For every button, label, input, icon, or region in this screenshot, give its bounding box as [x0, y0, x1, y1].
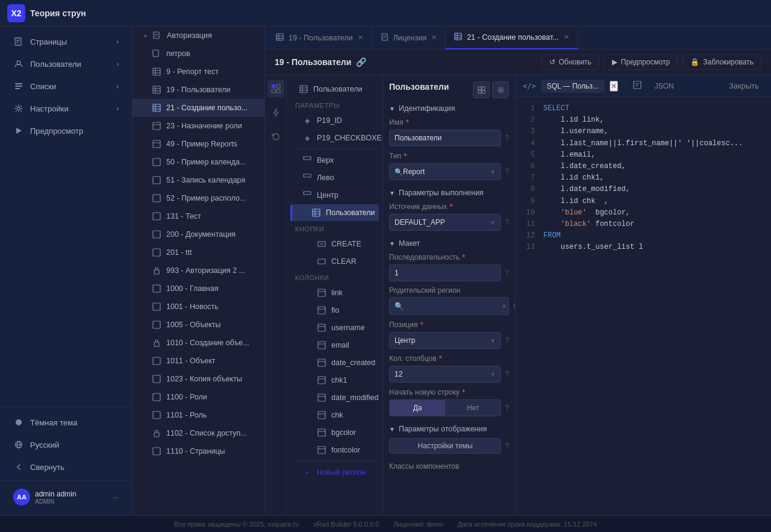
sidebar-item-lists[interactable]: Списки ›	[4, 75, 128, 97]
info-icon[interactable]: ?	[505, 442, 509, 450]
comp-col-link[interactable]: link	[290, 284, 379, 301]
close-sql-button[interactable]: Закрыть	[724, 79, 764, 93]
sidebar-item-preview[interactable]: Предпросмотр	[4, 120, 128, 142]
sidebar-item-users[interactable]: Пользователи ›	[4, 53, 128, 75]
tab-close[interactable]: ✕	[358, 34, 363, 42]
comp-centr[interactable]: Центр	[290, 187, 379, 204]
sidebar-item-settings[interactable]: Настройки ›	[4, 98, 128, 119]
comp-col-fio[interactable]: fio	[290, 302, 379, 319]
settings-btn[interactable]	[492, 81, 509, 98]
comp-p19-id[interactable]: ◈ P19_ID	[290, 112, 379, 129]
tree-item-naznachenie[interactable]: 23 - Назначение роли	[133, 117, 264, 135]
sidebar-item-pages[interactable]: Страницы ›	[4, 31, 128, 52]
columns-select[interactable]: 12 ▼	[389, 366, 501, 383]
tab-close[interactable]: ✕	[564, 33, 569, 41]
datasource-select[interactable]: DEFAULT_APP ▼	[389, 214, 501, 231]
tree-item-1010[interactable]: 1010 - Создание объе...	[133, 334, 264, 352]
comp-new-region[interactable]: + Новый регион	[290, 464, 379, 481]
tree-item-1000[interactable]: 1000 - Главная	[133, 280, 264, 298]
logout-icon[interactable]: →	[111, 493, 119, 502]
tree-item-primer-reports[interactable]: 49 - Пример Reports	[133, 135, 264, 153]
parent-region-input[interactable]	[407, 302, 498, 310]
info-icon[interactable]: ?	[505, 336, 509, 345]
info-icon[interactable]: ?	[505, 167, 509, 176]
name-input[interactable]	[389, 130, 501, 146]
tab-sozdanie[interactable]: 21 - Создание пользоват... ✕	[446, 27, 578, 49]
lightning-icon-btn[interactable]	[267, 104, 284, 121]
comp-clear[interactable]: CLEAR	[290, 253, 379, 270]
identification-header[interactable]: ▼ Идентификация	[389, 104, 509, 113]
tree-item-201[interactable]: 201 - ttt	[133, 243, 264, 261]
sql-close-tab-btn[interactable]: ✕	[610, 81, 618, 92]
tree-item-52[interactable]: 52 - Пример располо...	[133, 189, 264, 207]
tree-item-1101[interactable]: 1101 - Роль	[133, 406, 264, 424]
sidebar-item-theme[interactable]: Тёмная тема	[4, 412, 128, 433]
tree-item-1011[interactable]: 1011 - Объект	[133, 352, 264, 370]
comp-col-fontcolor[interactable]: fontcolor	[290, 442, 379, 458]
tree-item-131[interactable]: 131 - Тест	[133, 207, 264, 225]
tree-item-1102[interactable]: 1102 - Список доступ...	[133, 424, 264, 442]
info-icon[interactable]: ?	[505, 218, 509, 227]
json-tab-button[interactable]: JSON	[649, 80, 680, 93]
info-icon[interactable]: ?	[505, 134, 509, 142]
yes-button[interactable]: Да	[390, 400, 445, 416]
display-header[interactable]: ▼ Параметры отображения	[389, 425, 509, 433]
refresh-icon-btn[interactable]	[267, 128, 284, 145]
sidebar-item-lang[interactable]: Русский	[4, 434, 128, 455]
tree-item-200[interactable]: 200 - Документация	[133, 225, 264, 243]
tab-polzovateli[interactable]: 19 - Пользователи ✕	[267, 27, 372, 49]
block-button[interactable]: 🔒 Заблокировать	[682, 54, 761, 70]
parent-region-dropdown[interactable]: ▼	[501, 303, 507, 310]
no-button[interactable]: Нет	[445, 400, 501, 416]
grid-view-btn[interactable]	[473, 81, 490, 98]
preview-button[interactable]: ▶ Предпросмотр	[604, 54, 678, 70]
tree-item-1110[interactable]: 1110 - Страницы	[133, 442, 264, 460]
tree-item-report-test[interactable]: 9 - Репорт тест	[133, 63, 264, 81]
comp-col-chk[interactable]: chk	[290, 407, 379, 424]
parent-region-clear[interactable]: ✕	[511, 300, 516, 312]
theme-settings-button[interactable]: Настройки темы	[389, 438, 501, 454]
comp-col-email[interactable]: email	[290, 337, 379, 354]
info-icon[interactable]: ?	[505, 404, 509, 412]
execution-header[interactable]: ▼ Параметры выполнения	[389, 189, 509, 197]
layout-header[interactable]: ▼ Макет	[389, 239, 509, 248]
comp-p19-checkboxes[interactable]: ◈ P19_CHECKBOXES	[290, 130, 379, 146]
sequence-input[interactable]	[389, 264, 501, 281]
components-icon-btn[interactable]	[267, 80, 284, 97]
tree-item-sozdanie[interactable]: 21 - Создание пользо...	[133, 99, 264, 117]
tree-item-993[interactable]: 993 - Авторизация 2 ...	[133, 261, 264, 280]
tab-licenziya[interactable]: Лицензия ✕	[372, 27, 446, 49]
comp-levo[interactable]: Лево	[290, 169, 379, 186]
comp-col-username[interactable]: username	[290, 319, 379, 336]
comp-col-chk1[interactable]: chk1	[290, 372, 379, 389]
comp-col-bgcolor[interactable]: bgcolor	[290, 424, 379, 441]
tree-item-1005[interactable]: 1005 - Объекты	[133, 316, 264, 334]
component-classes-header[interactable]: Классы компонентов	[389, 462, 509, 471]
comp-verkh[interactable]: Верх	[290, 152, 379, 169]
tree-item-1023[interactable]: 1023 - Копия объекты	[133, 370, 264, 388]
type-select[interactable]: 🔍 Report ▼	[389, 163, 501, 180]
tree-item-polzovateli[interactable]: 19 - Пользователи	[133, 81, 264, 99]
tree-item-50[interactable]: 50 - Пример календа...	[133, 153, 264, 171]
tree-item-petrov[interactable]: петров	[133, 45, 264, 63]
tree-item-avtorizaciya[interactable]: ▸ Авторизация	[133, 27, 264, 45]
info-icon[interactable]: ?	[505, 370, 509, 378]
comp-create[interactable]: CREATE	[290, 236, 379, 252]
sidebar-item-collapse[interactable]: Свернуть	[4, 456, 128, 478]
comp-col-date-modified[interactable]: date_modified	[290, 389, 379, 406]
user-profile[interactable]: AA admin admin ADMIN →	[4, 483, 128, 511]
refresh-button[interactable]: ↺ Обновить	[542, 54, 599, 70]
comp-col-date-created[interactable]: date_created	[290, 354, 379, 371]
info-icon[interactable]: ?	[505, 269, 509, 277]
sql-tab[interactable]: SQL — Польз...	[541, 80, 605, 93]
tree-item-51[interactable]: 51 - Запись календаря	[133, 171, 264, 189]
tree-item-1001[interactable]: 1001 - Новость	[133, 298, 264, 316]
comp-polzovateli-main[interactable]: Пользователи	[290, 81, 379, 98]
button-icon	[317, 239, 326, 249]
link-icon[interactable]: 🔗	[356, 57, 366, 67]
tree-item-1100[interactable]: 1100 - Роли	[133, 388, 264, 406]
position-select[interactable]: Центр ▼	[389, 332, 501, 349]
comp-polzovateli[interactable]: Пользователи	[290, 204, 379, 221]
users-icon	[13, 58, 24, 69]
tab-close[interactable]: ✕	[431, 34, 437, 42]
